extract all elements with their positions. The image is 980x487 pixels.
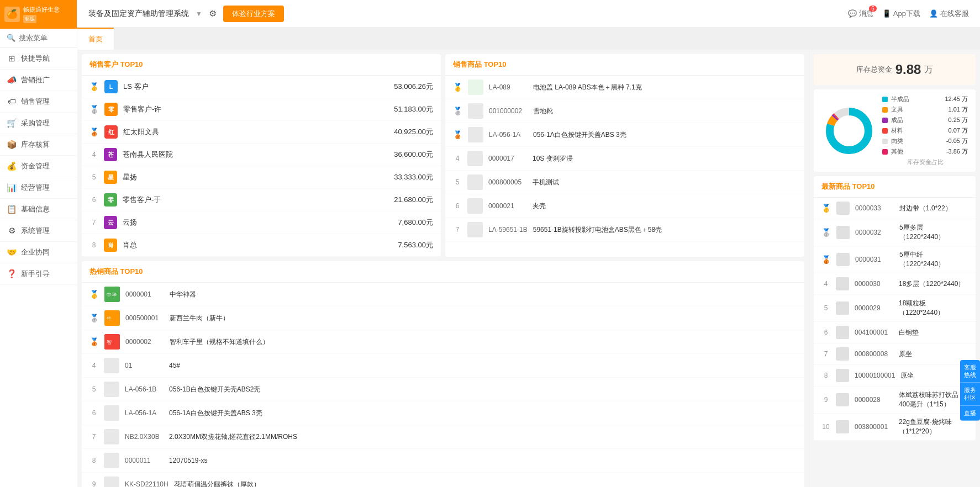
product-name: 59651-1B旋转投影灯电池盒ABS黑色＋58壳 bbox=[533, 225, 797, 235]
customer-name: 云扬 bbox=[123, 218, 392, 227]
product-row: 8 0000011 12070519-xs bbox=[82, 449, 804, 473]
logo-text: 畅捷通好生意 标版 bbox=[23, 6, 60, 23]
sidebar-item-sales[interactable]: 🏷 销售管理 bbox=[0, 91, 77, 113]
tab-home[interactable]: 首页 bbox=[77, 28, 114, 50]
sidebar-item-purchase[interactable]: 🛒 采购管理 bbox=[0, 113, 77, 134]
nav-label-purchase: 采购管理 bbox=[21, 118, 50, 128]
main-two-col: 销售客户 TOP10 🥇 L LS 客户 53,006.26元 🥈 零 bbox=[77, 50, 980, 487]
legend-value: 1.01 万 bbox=[949, 105, 968, 114]
product-thumb bbox=[836, 369, 849, 382]
sidebar-item-guide[interactable]: ❓ 新手引导 bbox=[0, 263, 77, 285]
product-row: 7 NB2.0X30B 2.0X30MM双搓花轴,搓花直径2.1MM/ROHS bbox=[82, 425, 804, 449]
rank-num: 8 bbox=[821, 372, 830, 379]
legend-item: 材料 0.07 万 bbox=[882, 126, 968, 135]
chart-caption: 库存资金占比 bbox=[882, 158, 968, 166]
new-product-row: 🥇 0000033 封边带（1.0*22） bbox=[814, 198, 976, 219]
donut-chart bbox=[821, 103, 877, 158]
customer-amount: 40,925.00元 bbox=[394, 127, 433, 137]
product-code: 001000002 bbox=[489, 107, 528, 115]
sidebar-item-finance[interactable]: 💰 资金管理 bbox=[0, 156, 77, 177]
header-right: 💬 消息 6 📱 App下载 👤 在线客服 bbox=[848, 9, 969, 19]
customer-name: 星扬 bbox=[123, 172, 388, 182]
legend-name: 其他 bbox=[891, 147, 943, 156]
sidebar-item-quick-nav[interactable]: ⊞ 快捷导航 bbox=[0, 48, 77, 70]
customer-name: 肖总 bbox=[123, 240, 392, 250]
rank-num: 7 bbox=[89, 433, 98, 441]
product-thumb bbox=[104, 453, 119, 468]
inventory-unit: 万 bbox=[924, 64, 933, 76]
app-download-item[interactable]: 📱 App下载 bbox=[882, 9, 920, 19]
legend-name: 肉类 bbox=[891, 137, 943, 145]
search-menu-item[interactable]: 🔍 搜索菜单 bbox=[0, 29, 77, 48]
product-code: 000800005 bbox=[488, 178, 527, 186]
inventory-total: 库存总资金 9.88 万 bbox=[814, 54, 976, 85]
legend-name: 半成品 bbox=[891, 95, 941, 103]
legend-name: 材料 bbox=[891, 126, 945, 135]
sidebar-item-base-info[interactable]: 📋 基础信息 bbox=[0, 199, 77, 220]
product-row: 🥈 牛 000500001 新西兰牛肉（新牛） bbox=[82, 306, 804, 330]
settings-icon[interactable]: ⚙ bbox=[209, 8, 217, 19]
product-thumb bbox=[104, 382, 119, 397]
service-community-btn[interactable]: 服务社区 bbox=[960, 383, 980, 406]
phone-icon: 📱 bbox=[882, 9, 891, 18]
product-code: 0000033 bbox=[855, 204, 894, 212]
product-code: 0000021 bbox=[488, 202, 527, 210]
customers-panel-header: 销售客户 TOP10 bbox=[82, 54, 441, 76]
product-thumb bbox=[836, 253, 850, 266]
trial-button[interactable]: 体验行业方案 bbox=[223, 6, 284, 22]
product-code: 0000017 bbox=[488, 155, 527, 162]
hot-products-panel: 热销商品 TOP10 🥇 中华 0000001 中华神器 🥈 bbox=[82, 261, 804, 487]
rank-medal: 🥇 bbox=[89, 82, 99, 91]
rank-medal: 🥈 bbox=[89, 314, 99, 322]
search-icon: 🔍 bbox=[7, 34, 15, 42]
online-service-item[interactable]: 👤 在线客服 bbox=[929, 9, 969, 19]
product-row: 4 01 45# bbox=[82, 354, 804, 378]
legend-item: 半成品 12.45 万 bbox=[882, 95, 968, 103]
product-thumb bbox=[104, 358, 119, 373]
product-row: 9 KK-SD22110H 花语萌倡温分腿裤袜（厚款） bbox=[82, 473, 804, 487]
avatar: 零 bbox=[104, 103, 118, 116]
rank-medal: 🥈 bbox=[453, 107, 462, 115]
nav-icon-base: 📋 bbox=[7, 204, 17, 214]
nav-label-operations: 经营管理 bbox=[21, 183, 50, 193]
dropdown-icon[interactable]: ▼ bbox=[196, 10, 202, 18]
product-row: 🥉 智 0000002 智利车子里（规格不知道填什么） bbox=[82, 330, 804, 354]
legend-color-icon bbox=[882, 118, 888, 123]
table-row: 5 星 星扬 33,333.00元 bbox=[82, 166, 441, 189]
sidebar-item-operations[interactable]: 📊 经营管理 bbox=[0, 177, 77, 199]
legend-item: 成品 0.25 万 bbox=[882, 116, 968, 124]
sidebar-item-cooperation[interactable]: 🤝 企业协同 bbox=[0, 242, 77, 263]
page-body: 销售客户 TOP10 🥇 L LS 客户 53,006.26元 🥈 零 bbox=[77, 50, 980, 487]
product-code: 0000011 bbox=[125, 457, 164, 464]
product-name: 056-1B白色按键开关壳ABS2壳 bbox=[169, 385, 797, 394]
new-products-panel: 最新商品 TOP10 🥇 0000033 封边带（1.0*22） 🥈 bbox=[814, 176, 976, 441]
sidebar-item-inventory[interactable]: 📦 库存核算 bbox=[0, 134, 77, 156]
avatar: 零 bbox=[104, 193, 117, 207]
nav-label-coop: 企业协同 bbox=[21, 247, 50, 257]
svg-text:智: 智 bbox=[107, 340, 112, 345]
product-code: 10000100001 bbox=[855, 372, 895, 379]
sidebar-item-system[interactable]: ⚙ 系统管理 bbox=[0, 220, 77, 242]
product-thumb bbox=[468, 80, 483, 95]
product-thumb bbox=[836, 326, 849, 339]
live-stream-btn[interactable]: 直播 bbox=[960, 406, 980, 421]
product-thumb bbox=[836, 277, 849, 290]
product-code: LA-089 bbox=[489, 83, 528, 91]
rank-num: 6 bbox=[89, 409, 98, 417]
rank-num: 6 bbox=[453, 202, 462, 210]
sidebar-item-marketing[interactable]: 📣 营销推广 bbox=[0, 70, 77, 91]
avatar: 红 bbox=[104, 125, 118, 139]
rank-num: 5 bbox=[89, 385, 98, 393]
notifications-item[interactable]: 💬 消息 6 bbox=[848, 9, 873, 19]
product-row: 5 LA-056-1B 056-1B白色按键开关壳ABS2壳 bbox=[82, 378, 804, 401]
product-name: 18颗粒板（1220*2440） bbox=[899, 299, 968, 317]
customer-service-btn[interactable]: 客服热线 bbox=[960, 360, 980, 383]
nav-icon-guide: ❓ bbox=[7, 269, 17, 279]
notification-badge: 6 bbox=[869, 6, 877, 12]
product-thumb bbox=[836, 301, 849, 315]
legend-value: -0.05 万 bbox=[946, 137, 968, 145]
customer-amount: 21,680.00元 bbox=[394, 195, 433, 205]
nav-label-inventory: 库存核算 bbox=[21, 140, 50, 150]
product-thumb bbox=[836, 347, 849, 361]
main-content: 装备及固定资产辅助管理系统 ▼ ⚙ 体验行业方案 💬 消息 6 📱 App下载 … bbox=[77, 0, 980, 487]
